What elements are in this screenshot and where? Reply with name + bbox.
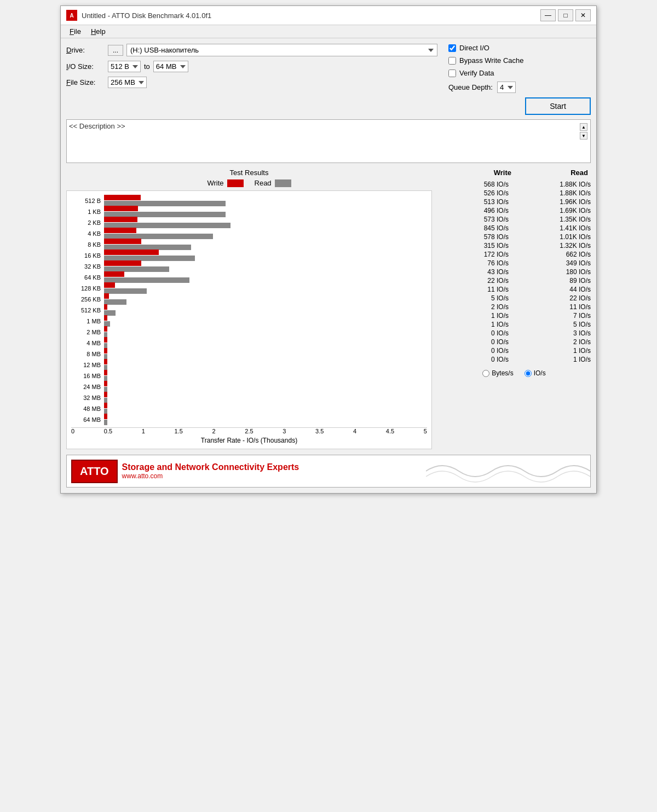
minimize-button[interactable]: — <box>540 9 556 21</box>
help-menu[interactable]: Help <box>87 26 110 37</box>
y-axis-label: 512 KB <box>71 305 101 316</box>
browse-button[interactable]: ... <box>108 45 123 56</box>
read-value: 1.32K IO/s <box>520 242 591 250</box>
title-bar-controls: — □ ✕ <box>540 9 591 21</box>
read-value: 662 IO/s <box>520 251 591 258</box>
bar-row <box>104 206 427 216</box>
bar-col <box>104 304 427 316</box>
description-text: << Description >> <box>69 122 579 130</box>
write-column-header: Write <box>440 169 511 177</box>
bar-col <box>104 370 427 381</box>
bypass-write-cache-checkbox[interactable] <box>448 57 456 65</box>
description-scrollbar[interactable]: ▲ ▼ <box>579 122 588 141</box>
read-value: 11 IO/s <box>520 303 591 311</box>
write-bar <box>104 250 159 255</box>
table-row: 573 IO/s1.35K IO/s <box>437 215 591 224</box>
table-row: 578 IO/s1.01K IO/s <box>437 233 591 241</box>
drive-label: Drive: <box>66 46 105 54</box>
file-size-row: File Size: 256 MB <box>66 77 437 88</box>
x-axis-label: 3.5 <box>315 428 324 434</box>
close-button[interactable]: ✕ <box>575 9 591 21</box>
start-button[interactable]: Start <box>525 97 591 115</box>
write-value: 76 IO/s <box>437 259 509 267</box>
file-size-select[interactable]: 256 MB <box>108 77 147 88</box>
table-row: 11 IO/s44 IO/s <box>437 285 591 294</box>
read-value: 1.88K IO/s <box>520 181 591 188</box>
ios-radio[interactable] <box>525 370 532 377</box>
queue-depth-select[interactable]: 4 <box>497 82 516 93</box>
table-row: 2 IO/s11 IO/s <box>437 303 591 311</box>
y-axis-label: 32 MB <box>71 392 101 403</box>
svg-text:A: A <box>70 13 73 19</box>
atto-wave-decoration <box>356 455 590 488</box>
bar-col <box>104 315 427 327</box>
x-axis-label: 2.5 <box>245 428 253 434</box>
y-axis-label: 16 MB <box>71 370 101 381</box>
write-bar <box>104 260 141 266</box>
table-row: 526 IO/s1.88K IO/s <box>437 189 591 198</box>
write-value: 0 IO/s <box>437 356 509 363</box>
data-table-header: Write Read <box>437 169 591 178</box>
io-size-from-select[interactable]: 512 B <box>108 61 141 72</box>
write-bar <box>104 348 107 353</box>
file-menu[interactable]: File <box>65 26 85 37</box>
read-legend: Read <box>255 179 291 187</box>
bar-row <box>104 228 427 238</box>
scroll-up-arrow[interactable]: ▲ <box>580 123 587 131</box>
bypass-write-cache-label: Bypass Write Cache <box>459 56 524 65</box>
write-bar <box>104 370 107 375</box>
chart-container: 512 B1 KB2 KB4 KB8 KB16 KB32 KB64 KB128 … <box>66 190 432 449</box>
direct-io-checkbox[interactable] <box>448 44 456 52</box>
y-axis-label: 16 KB <box>71 250 101 261</box>
table-row: 513 IO/s1.96K IO/s <box>437 198 591 206</box>
write-value: 11 IO/s <box>437 286 509 293</box>
drive-select[interactable]: (H:) USB-накопитель <box>126 44 437 56</box>
table-row: 172 IO/s662 IO/s <box>437 250 591 259</box>
bar-row <box>104 305 427 315</box>
read-value: 3 IO/s <box>520 329 591 337</box>
bar-row <box>104 217 427 227</box>
read-value: 1.01K IO/s <box>520 233 591 241</box>
write-value: 0 IO/s <box>437 347 509 355</box>
write-bar <box>104 381 107 386</box>
chart-area: Test Results Write Read 512 B1 KB2 KB4 K… <box>66 169 432 449</box>
scroll-down-arrow[interactable]: ▼ <box>580 132 587 140</box>
table-row: 315 IO/s1.32K IO/s <box>437 241 591 250</box>
write-legend-label: Write <box>207 179 223 187</box>
write-value: 0 IO/s <box>437 329 509 337</box>
bar-col <box>104 271 427 283</box>
io-size-to-select[interactable]: 64 MB <box>153 61 188 72</box>
read-value: 22 IO/s <box>520 294 591 302</box>
bar-row <box>104 283 427 293</box>
bar-col <box>104 282 427 294</box>
bar-row <box>104 338 427 347</box>
drive-row: Drive: ... (H:) USB-накопитель <box>66 44 437 56</box>
write-value: 496 IO/s <box>437 207 509 214</box>
write-value: 315 IO/s <box>437 242 509 250</box>
bytes-radio[interactable] <box>482 370 489 377</box>
read-legend-label: Read <box>255 179 272 187</box>
y-axis-label: 48 MB <box>71 403 101 414</box>
y-axis-label: 64 KB <box>71 272 101 283</box>
data-rows-container: 568 IO/s1.88K IO/s526 IO/s1.88K IO/s513 … <box>437 180 591 364</box>
bar-col <box>104 217 427 228</box>
maximize-button[interactable]: □ <box>558 9 573 21</box>
write-bar <box>104 271 124 277</box>
menubar: File Help <box>61 25 596 38</box>
right-controls: Direct I/O Bypass Write Cache Verify Dat… <box>437 44 591 115</box>
bar-col <box>104 348 427 359</box>
read-value: 1 IO/s <box>520 356 591 363</box>
read-value: 349 IO/s <box>520 259 591 267</box>
io-size-row: I/O Size: 512 B to 64 MB <box>66 61 437 72</box>
write-bar <box>104 337 107 343</box>
write-legend-color <box>227 179 244 187</box>
table-row: 1 IO/s5 IO/s <box>437 320 591 329</box>
direct-io-label: Direct I/O <box>459 44 489 52</box>
file-size-label: File Size: <box>66 78 105 86</box>
y-axis-label: 64 MB <box>71 414 101 425</box>
table-row: 22 IO/s89 IO/s <box>437 276 591 285</box>
write-bar <box>104 315 107 321</box>
verify-data-checkbox[interactable] <box>448 69 456 77</box>
bar-col <box>104 381 427 392</box>
verify-data-label: Verify Data <box>459 69 494 77</box>
